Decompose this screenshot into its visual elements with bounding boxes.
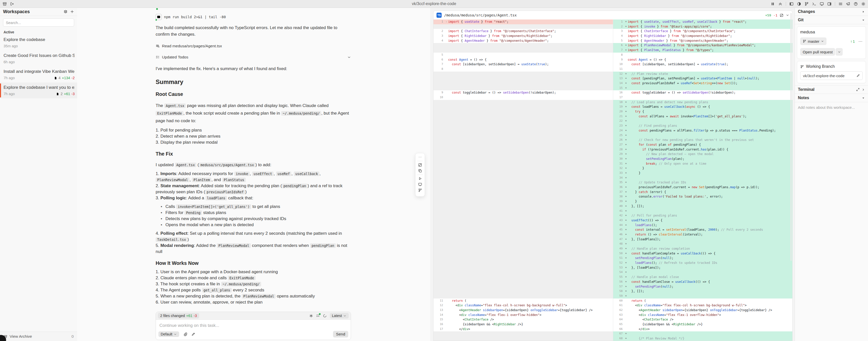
diff-scrollbar[interactable] [790, 13, 792, 261]
git-branch-icon[interactable] [804, 2, 809, 6]
send-button[interactable]: Send [333, 331, 348, 337]
archive-icon[interactable] [3, 2, 7, 6]
diff-row: 43+ useEffect(() => { [433, 218, 792, 223]
monitor-icon[interactable] [418, 182, 422, 186]
spinner-icon [323, 314, 327, 318]
titlebar: vk/3ccf-explore-the-code [0, 0, 868, 8]
diff-row: 3import { RightSidebar } from "@/compone… [433, 34, 792, 38]
diff-removed-count: -1 [773, 13, 777, 17]
gear-icon[interactable] [861, 2, 865, 6]
diff-cell-new: 3import { ChatInterface } from "@/compon… [613, 29, 793, 34]
triangle-right-icon [862, 10, 865, 13]
workspace-time: 6h ago [4, 60, 15, 64]
diff-cell-old [433, 133, 613, 138]
diff-cell-new: 52+ loadPlans(); // Refresh to update tr… [613, 260, 793, 266]
list-item: 1. Imports: Added necessary imports for … [156, 171, 351, 183]
plus-icon[interactable] [70, 10, 74, 14]
diff-row: 1-import { useState } from "react";1+imp… [433, 20, 792, 24]
workspace-item[interactable]: Explore the codebase35m ago [0, 35, 77, 51]
chevrons-up-icon[interactable] [778, 2, 782, 6]
expand-icon[interactable] [856, 88, 860, 91]
branch-select[interactable]: master [800, 37, 827, 45]
diff-cell-old [433, 176, 613, 180]
version-select[interactable]: Latest [330, 313, 349, 318]
diff-row: 40+ }, []); [433, 204, 792, 209]
diff-cell-new: 44+ loadPlans(); [613, 223, 793, 228]
diff-added-count: +59 [765, 13, 771, 17]
diff-cell-new: 42+ // Poll for pending plans [613, 213, 793, 218]
diff-row: 55+ // Handle plan modal close [433, 275, 792, 280]
inline-code: useEffect [252, 172, 274, 176]
diff-cell-new: 6+import { PlanReviewModal } from "@/com… [613, 43, 793, 48]
view-archive-button[interactable]: View Archive 0 [0, 332, 77, 341]
git-section-header[interactable]: Git [795, 16, 868, 24]
chevron-down-icon[interactable] [347, 55, 351, 59]
open-pull-request-button[interactable]: Open pull request [800, 48, 835, 56]
diff-cell-new: 18+ // Load plans and detect new pending… [613, 100, 793, 105]
panel-left-icon[interactable] [789, 2, 794, 6]
exit-icon[interactable] [10, 2, 14, 6]
read-icon [156, 44, 160, 48]
chat-input[interactable]: Continue working on this task... [156, 320, 351, 328]
workspace-item[interactable]: Explore the codebase I want you to exp7h… [0, 83, 77, 98]
diff-cell-old [433, 246, 613, 251]
diff-row: 67+ [433, 331, 792, 336]
agent-chat-panel: npm run build 2>&1 | tail -80The build c… [77, 8, 430, 341]
diff-view-toggle-icon[interactable] [780, 13, 783, 17]
attach-file-icon[interactable] [183, 332, 187, 336]
contrast-icon[interactable] [797, 2, 801, 6]
todos-icon[interactable] [316, 314, 320, 318]
status-dot [156, 8, 158, 10]
diff-cell-new: 9const Agent = () => { [613, 57, 793, 62]
diff-row: 33+ } [433, 171, 792, 176]
notes-placeholder[interactable]: Add notes about this workspace... [795, 102, 868, 113]
chat-heading: How It Works Now [156, 260, 351, 267]
changes-section-header[interactable]: Changes [795, 8, 868, 16]
layers-icon[interactable] [64, 10, 68, 14]
diff-row: 49+ // Handle plan review completion [433, 246, 792, 251]
help-icon[interactable] [854, 2, 858, 6]
play-icon[interactable] [418, 177, 422, 181]
chevron-right-icon[interactable] [862, 88, 865, 91]
terminal-icon[interactable] [812, 2, 816, 6]
diff-square-icon[interactable] [418, 163, 422, 167]
tool-call-row[interactable]: Read medusa/src/pages/Agent.tsx [156, 44, 351, 48]
collapse-file-chevron-icon[interactable] [786, 13, 789, 17]
monitor-icon[interactable] [820, 2, 824, 6]
terminal-section-header[interactable]: Terminal [795, 85, 868, 94]
message-composer: 2 files changed +61 -3 Latest Continue w… [156, 312, 351, 340]
diff-row: 20+ try { [433, 109, 792, 114]
megaphone-icon[interactable] [846, 2, 850, 6]
tool-call-row[interactable]: npm run build 2>&1 | tail -80 [156, 14, 351, 20]
menu-icon[interactable] [838, 2, 843, 6]
pr-options-chevron-icon[interactable] [836, 48, 843, 56]
workspace-item[interactable]: Install and integrate Vibe Kanban Web C7… [0, 66, 77, 83]
workspace-item[interactable]: Create Good First Issues on Github So p6… [0, 51, 77, 66]
list-item: 5. When a new pending plan is detected, … [156, 293, 351, 299]
notes-section-header[interactable]: Notes [795, 94, 868, 102]
copy-icon[interactable] [418, 169, 422, 173]
diff-cell-new: 31+ break; // Only open one at a time [613, 161, 793, 166]
diff-cell-old: 9 const toggleSidebar = () => setSidebar… [433, 90, 613, 95]
search-input[interactable]: Search... [3, 19, 74, 27]
mode-select[interactable]: Default [158, 331, 179, 337]
spark-icon[interactable] [309, 314, 313, 318]
chat-paragraph: I updated Agent.tsx (medusa/src/pages/Ag… [156, 162, 351, 168]
diff-row: 30+ setPendingPlan(plan); [433, 157, 792, 161]
more-actions-button[interactable]: ⋯ [858, 39, 863, 44]
git-branch-icon[interactable] [418, 188, 422, 192]
edit-pencil-icon[interactable] [856, 74, 860, 78]
diff-cell-new: 12+ // Plan review state [613, 71, 793, 76]
panel-right-icon[interactable] [827, 2, 832, 6]
pause-icon[interactable] [771, 2, 775, 6]
diff-cell-old: 1-import { useState } from "react"; [433, 20, 613, 24]
diff-cell-old [433, 180, 613, 185]
tool-call-row[interactable]: Updated Todos [156, 55, 351, 59]
list-item: • Calls invoke<PlanItem[]>('get_all_plan… [156, 204, 351, 210]
annotate-pen-icon[interactable] [191, 332, 195, 336]
files-changed-chip[interactable]: 2 files changed +61 -3 [158, 313, 199, 318]
working-branch-input[interactable]: vk/3ccf-explore-the-code [800, 71, 863, 80]
diff-cell-old [433, 119, 613, 123]
diff-row: 4import { AgentHeader } from "@/componen… [433, 38, 792, 43]
diff-row: 13+ const [pendingPlan, setPendingPlan] … [433, 76, 792, 81]
